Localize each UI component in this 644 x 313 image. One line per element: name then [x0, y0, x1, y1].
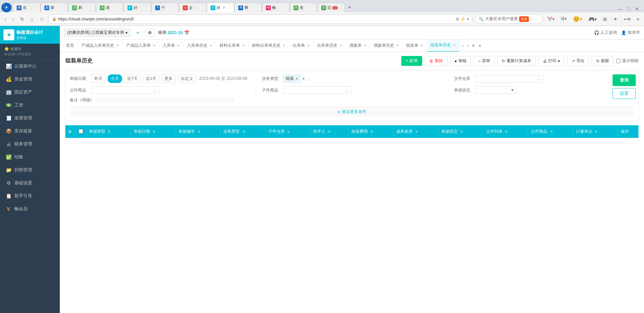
dropdown-icon[interactable]: ▾	[467, 17, 469, 22]
nav-tab-next[interactable]: ›	[466, 43, 470, 49]
user-profile-btn[interactable]: 👤 徐泽华	[621, 30, 640, 35]
recalculate-button[interactable]: ↻ 重新计算成本	[497, 56, 536, 66]
nav-tab-in-single[interactable]: 入库单 ✕	[159, 40, 184, 52]
refresh-button[interactable]: ↻ 刷新	[592, 56, 614, 66]
col-biz-type[interactable]: 业务类型 ⇅	[220, 125, 265, 138]
browser-tab-1[interactable]: 在 在	[13, 3, 40, 12]
browser-tab-7[interactable]: 企 企	[179, 3, 206, 12]
col-bill-type[interactable]: 单据类型 ⇅	[86, 125, 131, 138]
date-btn-7days[interactable]: 近7天	[124, 74, 141, 83]
sidebar-item-settlement[interactable]: ✅ 结账	[0, 151, 60, 163]
sidebar-item-inventory[interactable]: 📦 库存核算	[0, 125, 60, 138]
nav-tab-home[interactable]: 首页	[63, 40, 78, 52]
review-button[interactable]: ● 审核	[450, 56, 471, 66]
search-area[interactable]: 🔍 大量安卓用户逃离 热搜	[475, 14, 543, 24]
tab-close-8[interactable]: ✕	[223, 6, 225, 10]
sidebar-item-fund[interactable]: 💰 资金管理	[0, 73, 60, 86]
col-unit[interactable]: 计量单位 ⇅	[573, 125, 618, 138]
select-all-checkbox[interactable]	[79, 129, 83, 133]
nav-tab-close-all[interactable]: ✕	[470, 43, 477, 49]
sidebar-item-invoice[interactable]: 🧾 发票管理	[0, 112, 60, 125]
nav-tab-out-single[interactable]: 出库单 ✕	[289, 40, 313, 52]
company-selector[interactable]: (勿删勿禁用) 江西服宝测试专用 ▾	[64, 28, 131, 37]
nav-tab-produce-in-history-close[interactable]: ✕	[116, 44, 119, 47]
browser-tab-5[interactable]: 好 好	[124, 3, 151, 12]
nav-tab-more[interactable]: ≡	[477, 43, 482, 49]
sidebar-item-tax[interactable]: 🖨 税务管理	[0, 138, 60, 151]
forward-button[interactable]: ›	[11, 15, 16, 23]
sidebar-item-payroll[interactable]: 💵 工资	[0, 99, 60, 112]
sidebar-item-member[interactable]: V 畅会员	[0, 202, 60, 215]
nav-tab-material-out-history[interactable]: 材料出库单历史 ✕	[249, 40, 289, 52]
date-btn-today[interactable]: 今天	[108, 74, 122, 83]
remark-input[interactable]	[97, 99, 234, 102]
add-button[interactable]: + 新增	[401, 56, 422, 66]
settings-gear-button[interactable]: ⚙	[145, 29, 155, 37]
nav-tab-assembly-history[interactable]: 调拨单历史 ✕	[370, 40, 403, 52]
col-cost-diff[interactable]: 成本差异 ⇅	[393, 125, 438, 138]
tab-add-button[interactable]: +	[345, 3, 354, 12]
sidebar-item-cloud-report[interactable]: 📊 云报表中心	[0, 60, 60, 73]
show-detail-label[interactable]: 显示明细	[616, 58, 639, 64]
filter-collapse-btn[interactable]: ∧ 收起更多条件	[70, 106, 634, 117]
game-btn[interactable]: 🎮▾	[587, 16, 599, 23]
minimize-button[interactable]: —	[616, 5, 625, 12]
browser-tab-4[interactable]: 易 易	[96, 3, 123, 12]
col-parent-list[interactable]: 父件列表 ⇅	[483, 125, 528, 138]
nav-tab-assembly-close[interactable]: ✕	[364, 44, 366, 47]
menu-btn[interactable]: ≡	[634, 16, 641, 23]
nav-tab-produce-in-history[interactable]: 产成品入库单历史 ✕	[78, 40, 123, 52]
nav-tab-produce-in[interactable]: 产成品入库单 ✕	[123, 40, 159, 52]
parent-goods-input[interactable]: ...	[91, 86, 160, 94]
child-goods-more[interactable]: ...	[345, 88, 349, 93]
nav-tab-material-out-close[interactable]: ✕	[242, 44, 245, 47]
apps-btn[interactable]: ⊞	[601, 16, 609, 23]
cut-btn[interactable]: ✂️▾	[545, 16, 556, 22]
nav-tab-out-history-close[interactable]: ✕	[339, 44, 342, 47]
date-btn-1month[interactable]: 近1月	[143, 74, 160, 83]
translate-btn[interactable]: 译▾	[559, 15, 569, 23]
date-btn-custom[interactable]: 自定义	[178, 74, 196, 83]
nav-tab-in-history[interactable]: 入库单历史 ✕	[184, 40, 216, 52]
close-button[interactable]: ✕	[633, 5, 641, 12]
col-bill-date[interactable]: 单据日期 ⇅	[131, 125, 175, 138]
export-button[interactable]: ↗ 导出	[567, 56, 589, 66]
date-btn-yesterday[interactable]: 昨天	[91, 74, 106, 83]
browser-tab-6[interactable]: 个 个	[151, 3, 179, 12]
nav-tab-kit-history-close[interactable]: ✕	[453, 43, 456, 47]
parent-warehouse-input[interactable]: ...	[475, 75, 544, 83]
parent-goods-more[interactable]: ...	[153, 88, 157, 93]
calendar-icon[interactable]: 📅	[184, 30, 189, 35]
maximize-button[interactable]: □	[626, 5, 632, 12]
sidebar-favorites[interactable]: ⭐ 收藏夹 快捷键打开收藏夹	[0, 44, 60, 60]
nav-tab-in-single-close[interactable]: ✕	[177, 44, 180, 47]
delete-button[interactable]: 🗑 删除	[425, 56, 447, 66]
parent-warehouse-more[interactable]: ...	[537, 76, 541, 81]
sidebar-item-settings[interactable]: ⚙ 基础设置	[0, 176, 60, 189]
browser-tab-3[interactable]: 易 易	[68, 3, 96, 12]
biz-type-dropdown[interactable]: ▾	[303, 76, 305, 81]
back-button[interactable]: ‹	[3, 15, 9, 23]
emoji-btn[interactable]: 😊▾	[571, 15, 585, 23]
biz-type-more-btn[interactable]: ...	[307, 76, 310, 81]
col-handler[interactable]: 经手人 ⇅	[310, 125, 349, 138]
bookmark-button[interactable]: ☆	[38, 15, 46, 23]
browser-tab-12[interactable]: 目 目 12	[318, 3, 345, 12]
bill-status-select[interactable]: ▾	[475, 86, 516, 94]
col-bill-status[interactable]: 单据状态 ⇅	[438, 125, 483, 138]
nav-tab-in-history-close[interactable]: ✕	[210, 44, 212, 47]
print-button[interactable]: 🖨 打印 ▾	[538, 56, 564, 66]
browser-tab-8[interactable]: 好 好 ✕	[207, 3, 234, 12]
nav-tab-material-out[interactable]: 材料出库单 ✕	[216, 40, 249, 52]
col-bill-no[interactable]: 单据编号 ⇅	[176, 125, 220, 138]
col-settings[interactable]: ⚙	[65, 125, 76, 138]
browser-tab-2[interactable]: 新 新	[41, 3, 68, 12]
reload-button[interactable]: ↻	[18, 15, 26, 23]
browser-tab-9[interactable]: 腾 腾	[234, 3, 262, 12]
setting-button[interactable]: 设置	[613, 88, 636, 99]
undo-btn[interactable]: ↩▾	[622, 16, 632, 23]
browser-tab-10[interactable]: 畅 畅	[262, 3, 290, 12]
customer-service-btn[interactable]: 🎧 人工咨询	[594, 30, 617, 35]
nav-tab-produce-in-close[interactable]: ✕	[153, 44, 156, 47]
col-disassemble-fee[interactable]: 拆装费用 ⇅	[348, 125, 393, 138]
